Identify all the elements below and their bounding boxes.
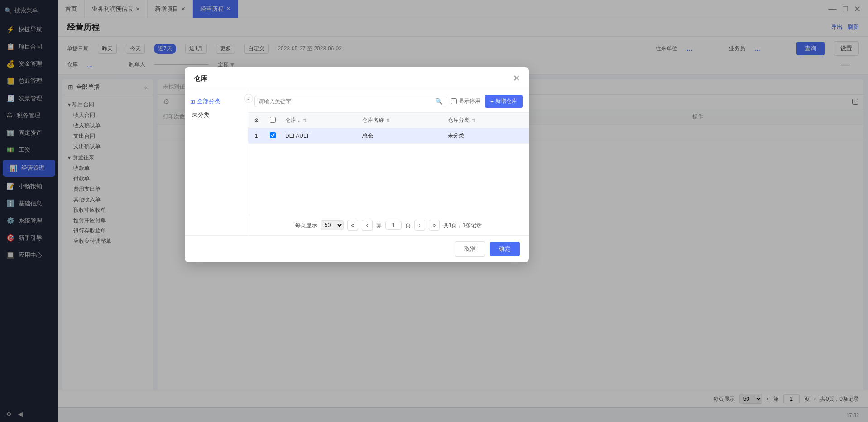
add-warehouse-label: 新增仓库 — [495, 97, 517, 105]
table-row[interactable]: 1 DEFAULT 总仓 未分类 — [248, 128, 529, 144]
modal-body: ⊞ 全部分类 « 未分类 🔍 显示停用 — [185, 90, 529, 235]
add-warehouse-btn[interactable]: + 新增仓库 — [485, 95, 523, 108]
sort-icon-code[interactable]: ⇅ — [303, 118, 307, 123]
cancel-button[interactable]: 取消 — [455, 241, 485, 257]
all-categories[interactable]: ⊞ 全部分类 — [185, 95, 248, 108]
category-panel: ⊞ 全部分类 « 未分类 — [185, 90, 248, 235]
col-settings[interactable]: ⚙ — [248, 113, 264, 128]
sort-icon-category[interactable]: ⇅ — [472, 118, 475, 123]
modal-footer: 取消 确定 — [185, 235, 529, 262]
prev-page-btn[interactable]: ‹ — [362, 220, 373, 231]
total-text: 共1页，1条记录 — [443, 222, 482, 229]
col-name: 仓库名称 ⇅ — [358, 113, 443, 128]
row-id: 1 — [248, 128, 264, 144]
modal-pagination: 每页显示 50 10 20 100 « ‹ 算 页 › » 共1页，1条记录 — [248, 215, 529, 235]
col-category: 仓库分类 ⇅ — [443, 113, 529, 128]
page-suffix: 页 — [405, 222, 411, 229]
per-page-select[interactable]: 50 10 20 100 — [321, 220, 344, 230]
cat-uncategorized[interactable]: 未分类 — [185, 108, 248, 122]
col-check — [264, 113, 281, 128]
content-panel: 🔍 显示停用 + 新增仓库 ⚙ — [248, 90, 529, 235]
show-disabled-label: 显示停用 — [451, 97, 480, 105]
last-page-btn[interactable]: » — [429, 220, 440, 231]
search-wrap: 🔍 — [254, 96, 446, 107]
content-toolbar: 🔍 显示停用 + 新增仓库 — [248, 90, 529, 113]
page-label: 算 — [376, 222, 382, 229]
all-categories-label: 全部分类 — [197, 97, 221, 106]
row-checkbox[interactable] — [264, 128, 281, 144]
category-collapse-btn[interactable]: « — [244, 94, 253, 103]
plus-icon: + — [490, 98, 494, 105]
row-category: 未分类 — [443, 128, 529, 144]
warehouse-table: ⚙ 仓库... ⇅ 仓库名称 ⇅ — [248, 113, 529, 144]
gear-icon: ⚙ — [254, 117, 259, 124]
first-page-btn[interactable]: « — [347, 220, 358, 231]
show-disabled-checkbox[interactable] — [451, 98, 457, 104]
modal-header: 仓库 ✕ — [185, 67, 529, 90]
row-name: 总仓 — [358, 128, 443, 144]
hashtag-icon: ⊞ — [190, 98, 195, 105]
row-select-checkbox[interactable] — [270, 132, 276, 138]
modal-title: 仓库 — [194, 74, 207, 83]
col-code: 仓库... ⇅ — [281, 113, 358, 128]
page-input[interactable] — [385, 221, 402, 230]
search-input[interactable] — [259, 98, 432, 105]
modal-close-icon[interactable]: ✕ — [513, 73, 520, 83]
search-icon: 🔍 — [435, 98, 442, 105]
warehouse-modal: 仓库 ✕ ⊞ 全部分类 « 未分类 🔍 — [185, 67, 529, 262]
show-disabled-text: 显示停用 — [459, 97, 480, 105]
confirm-button[interactable]: 确定 — [490, 242, 520, 256]
sort-icon-name[interactable]: ⇅ — [386, 118, 390, 123]
cat-uncategorized-label: 未分类 — [192, 112, 210, 118]
table-select-all[interactable] — [270, 117, 276, 123]
per-page-label: 每页显示 — [295, 222, 317, 229]
warehouse-table-wrap: ⚙ 仓库... ⇅ 仓库名称 ⇅ — [248, 113, 529, 215]
next-page-btn[interactable]: › — [414, 220, 425, 231]
category-list: 未分类 — [185, 108, 248, 122]
row-code: DEFAULT — [281, 128, 358, 144]
